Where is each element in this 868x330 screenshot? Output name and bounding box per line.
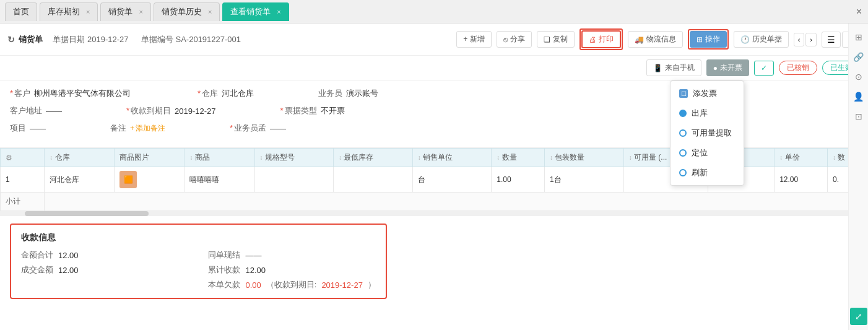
- current-due-value: 0.00: [245, 280, 261, 290]
- tab-sales-history-close[interactable]: ×: [208, 8, 212, 15]
- sidebar-icon-3[interactable]: ⊙: [850, 68, 867, 85]
- salesperson-label: 业务员: [318, 88, 342, 99]
- share-button[interactable]: ⎋ 分享: [497, 31, 532, 48]
- ticket-type-field: 票据类型 不开票: [280, 105, 345, 116]
- address-value: ——: [46, 106, 62, 116]
- print-button-wrapper: 🖨 打印: [579, 28, 623, 50]
- col-product: ↕ 商品: [184, 149, 254, 167]
- current-due-row: 本单欠款 0.00 （收款到期日: 2019-12-27 ）: [208, 279, 375, 290]
- not-open-button[interactable]: ● 未开票: [706, 59, 749, 76]
- customer-value: 柳州粤港平安气体有限公司: [34, 88, 133, 99]
- tab-bar: 首页 库存期初 × 销货单 × 销货单历史 × 查看销货单 × ×: [0, 0, 868, 24]
- new-button[interactable]: + 新增: [456, 31, 491, 48]
- current-due-label: 本单欠款: [208, 279, 240, 290]
- available-qty-icon: [679, 129, 687, 137]
- from-phone-button[interactable]: 📱 来自手机: [646, 59, 701, 76]
- copy-icon: ❏: [544, 35, 550, 44]
- col-product-img: 商品图片: [115, 149, 184, 167]
- transaction-amount-value: 12.00: [58, 266, 79, 275]
- operations-button[interactable]: ⊞ 操作: [690, 31, 727, 48]
- nav-arrows: ‹ ›: [794, 33, 817, 46]
- doc-meta: 单据日期 2019-12-27 单据编号 SA-20191227-001: [53, 34, 446, 45]
- cumulative-payment-row: 累计收款 12.00: [208, 264, 375, 276]
- transaction-amount-row: 成交金额 12.00: [21, 264, 188, 276]
- copy-button[interactable]: ❏ 复制: [537, 31, 575, 48]
- tab-sales-order-close[interactable]: ×: [139, 8, 142, 15]
- dropdown-outbound[interactable]: 出库: [671, 103, 744, 123]
- print-button[interactable]: 🖨 打印: [581, 30, 621, 48]
- sidebar-icon-1[interactable]: ⊞: [850, 28, 867, 46]
- subtotal-row: 小计: [1, 193, 868, 211]
- tab-sales-history[interactable]: 销货单历史 ×: [154, 2, 220, 21]
- address-field: 客户地址 ——: [10, 105, 62, 116]
- sidebar-icon-4[interactable]: 👤: [850, 88, 867, 105]
- cumulative-payment-value: 12.00: [245, 266, 266, 275]
- dropdown-add-invoice-label: 添发票: [693, 88, 717, 99]
- list-view-btn[interactable]: ☰: [822, 32, 841, 48]
- cell-product: 嘻嘻嘻嘻: [184, 167, 254, 193]
- doc-date-value: 2019-12-27: [87, 35, 129, 44]
- salesperson-field: 业务员 演示账号: [318, 88, 378, 99]
- same-order-value: ——: [245, 251, 261, 260]
- payment-date-value: 2019-12-27: [175, 106, 216, 116]
- product-image: 🟧: [119, 171, 137, 188]
- due-date-value: 2019-12-27: [321, 280, 363, 290]
- tab-inventory-init-label: 库存期初: [48, 6, 80, 17]
- sidebar-icon-2[interactable]: 🔗: [850, 48, 867, 66]
- table-scrollbar[interactable]: [0, 211, 868, 216]
- right-sidebar: ⊞ 🔗 ⊙ 👤 ⊡ ⤢: [848, 24, 868, 330]
- dropdown-locate[interactable]: 定位: [671, 143, 744, 163]
- dropdown-available-qty-label: 可用量提取: [692, 128, 732, 139]
- payment-grid: 金额合计 12.00 同单现结 —— 成交金额 12.00 累计收款 12.00…: [21, 250, 376, 290]
- cell-quantity: 1.00: [492, 167, 545, 193]
- col-quantity: ↕ 数量: [492, 149, 545, 167]
- dropdown-add-invoice[interactable]: ☐ 添发票: [671, 84, 744, 103]
- tab-view-sales[interactable]: 查看销货单 ×: [222, 2, 289, 21]
- ticket-type-value: 不开票: [321, 105, 345, 116]
- logistics-button[interactable]: 🚚 物流信息: [628, 31, 683, 48]
- sidebar-icon-5[interactable]: ⊡: [850, 108, 867, 125]
- address-label: 客户地址: [10, 105, 42, 116]
- cell-package-qty: 1台: [545, 167, 624, 193]
- operations-dropdown: ☐ 添发票 出库 可用量提取 定位 刷新: [670, 80, 744, 186]
- tab-inventory-init[interactable]: 库存期初 ×: [40, 2, 98, 21]
- doc-number-label: 单据编号 SA-20191227-001: [141, 34, 241, 45]
- cell-unit-price: 12.00: [775, 167, 828, 193]
- tab-sales-order[interactable]: 销货单 ×: [100, 2, 150, 21]
- next-arrow[interactable]: ›: [805, 33, 817, 46]
- salesperson-value: 演示账号: [346, 88, 378, 99]
- doc-title-icon: ↻: [7, 35, 15, 45]
- check-icon-button[interactable]: ✓: [754, 61, 774, 76]
- total-amount-row: 金额合计 12.00: [21, 250, 188, 261]
- col-package-qty: ↕ 包装数量: [545, 149, 624, 167]
- scrollbar-thumb[interactable]: [25, 211, 149, 216]
- prev-arrow[interactable]: ‹: [794, 33, 805, 46]
- window-close-button[interactable]: ×: [856, 6, 862, 17]
- main-content: ↻ 销货单 单据日期 2019-12-27 单据编号 SA-20191227-0…: [0, 24, 868, 330]
- ticket-type-label: 票据类型: [280, 105, 317, 116]
- sidebar-icon-expand[interactable]: ⤢: [850, 308, 867, 325]
- tab-home-label: 首页: [13, 6, 29, 17]
- tab-sales-order-label: 销货单: [108, 6, 132, 17]
- cell-row-num: 1: [1, 167, 45, 193]
- add-note-button[interactable]: + 添加备注: [130, 123, 165, 134]
- payment-date-field: 收款到期日 2019-12-27: [126, 105, 216, 116]
- history-button[interactable]: 🕐 历史单据: [734, 31, 789, 48]
- col-sales-unit: ↕ 销售单位: [412, 149, 492, 167]
- doc-number-value: SA-20191227-001: [176, 35, 241, 44]
- cumulative-payment-label: 累计收款: [208, 264, 240, 276]
- same-order-row: 同单现结 ——: [208, 250, 375, 261]
- total-amount-value: 12.00: [58, 251, 79, 260]
- tab-inventory-init-close[interactable]: ×: [86, 8, 90, 15]
- warehouse-label: 仓库: [197, 88, 218, 99]
- cell-warehouse: 河北仓库: [45, 167, 115, 193]
- tab-home[interactable]: 首页: [5, 2, 37, 21]
- dropdown-available-qty[interactable]: 可用量提取: [671, 123, 744, 143]
- tab-view-sales-close[interactable]: ×: [277, 8, 280, 15]
- col-settings[interactable]: ⚙: [1, 149, 45, 167]
- payment-section-wrapper: 收款信息 金额合计 12.00 同单现结 —— 成交金额 12.00 累计收款 …: [0, 216, 868, 306]
- dropdown-locate-label: 定位: [692, 147, 708, 158]
- refresh-icon: [679, 169, 687, 176]
- dropdown-refresh[interactable]: 刷新: [671, 163, 744, 183]
- add-note-icon: +: [130, 124, 134, 132]
